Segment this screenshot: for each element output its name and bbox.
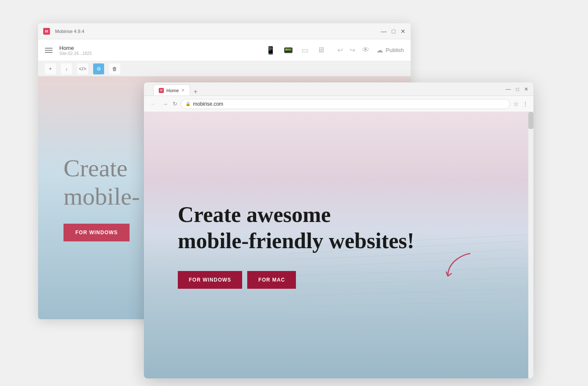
publish-label: Publish [386,47,404,53]
browser-tab-home[interactable]: M Home ✕ [153,85,190,96]
back-hero-content: Create mobile- FOR WINDOWS [63,154,140,241]
hamburger-menu-button[interactable] [45,48,52,53]
browser-minimize-button[interactable]: — [506,86,511,92]
publish-button[interactable]: ☁ Publish [376,46,404,54]
back-hero-title-line2: mobile- [63,183,140,210]
back-hero-title: Create mobile- [63,154,140,211]
hero-title-line2: mobile-friendly websites! [178,229,414,253]
hamburger-line [45,50,52,51]
desktop-icon[interactable]: 🖥 [317,46,325,55]
browser-url-bar[interactable]: 🔒 mobirise.com [181,99,510,109]
hamburger-line [45,48,52,49]
tab-close-button[interactable]: ✕ [181,88,185,93]
browser-extension-icons: ☆ ⋮ [513,101,528,107]
hero-buttons: FOR WINDOWS FOR MAC [178,271,296,289]
hamburger-line [45,52,52,53]
editor-toolbar: Home Site-02-26...1825 📱 📟 ▭ 🖥 ↩ ↪ 👁 ☁ P… [38,39,411,61]
window-controls: — □ ✕ [381,28,406,35]
browser-window: M Home ✕ + — □ ✕ ← → ↻ 🔒 mobirise.com ☆ … [144,82,533,378]
browser-refresh-button[interactable]: ↻ [173,101,177,107]
browser-hero-title: Create awesome mobile-friendly websites! [178,202,414,255]
settings-button[interactable]: ⚙ [93,63,104,74]
close-button[interactable]: ✕ [400,28,406,35]
download-button[interactable]: ↓ [61,63,72,74]
tablet-icon[interactable]: 📟 [284,46,293,55]
mac-download-button[interactable]: FOR MAC [247,271,296,289]
toolbar-actions: ↩ ↪ 👁 ☁ Publish [337,46,404,55]
hero-title-line1: Create awesome [178,203,331,227]
browser-hero-content: Create awesome mobile-friendly websites!… [144,112,533,378]
browser-content: Create awesome mobile-friendly websites!… [144,112,533,378]
back-hero-windows-button[interactable]: FOR WINDOWS [63,224,130,241]
mobile-icon[interactable]: 📱 [266,46,275,55]
maximize-button[interactable]: □ [392,28,395,35]
tab-favicon: M [159,88,164,93]
windows-download-button[interactable]: FOR WINDOWS [178,271,242,289]
url-text: mobirise.com [193,101,223,107]
browser-maximize-button[interactable]: □ [516,86,519,92]
browser-titlebar: M Home ✕ + — □ ✕ [144,82,533,96]
add-block-button[interactable]: + [45,63,56,74]
preview-button[interactable]: 👁 [362,46,370,55]
minimize-button[interactable]: — [381,28,387,35]
editor-titlebar: M Mobirise 4.9.4 — □ ✕ [38,23,411,39]
page-subtitle: Site-02-26...1825 [59,51,92,56]
device-icons: 📱 📟 ▭ 🖥 [266,46,325,55]
mobirise-logo-icon: M [43,28,50,35]
publish-cloud-icon: ☁ [376,46,383,54]
tablet-landscape-icon[interactable]: ▭ [301,46,309,55]
delete-button[interactable]: 🗑 [109,63,120,74]
undo-button[interactable]: ↩ [337,46,343,54]
bookmark-icon[interactable]: ☆ [513,101,519,107]
browser-window-controls: — □ ✕ [506,86,528,92]
browser-back-button[interactable]: ← [149,101,157,107]
browser-addressbar: ← → ↻ 🔒 mobirise.com ☆ ⋮ [144,96,533,112]
new-tab-button[interactable]: + [190,88,201,96]
redo-button[interactable]: ↪ [350,46,355,54]
browser-forward-button[interactable]: → [161,101,169,107]
lock-icon: 🔒 [185,101,190,106]
app-name-label: Mobirise 4.9.4 [55,29,84,34]
browser-close-button[interactable]: ✕ [524,86,528,92]
page-info: Home Site-02-26...1825 [59,45,92,56]
menu-dots-icon[interactable]: ⋮ [522,101,528,107]
tab-title: Home [166,88,179,93]
page-title: Home [59,45,92,51]
section-toolbar: + ↓ </> ⚙ 🗑 [38,61,411,77]
browser-tabs: M Home ✕ + [149,82,503,96]
code-button[interactable]: </> [77,63,88,74]
back-hero-title-line1: Create [63,154,127,182]
